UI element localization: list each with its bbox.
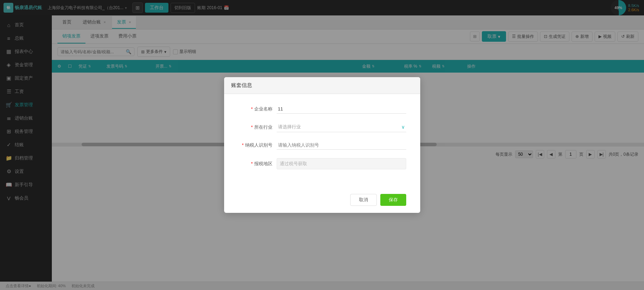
company-name-label: * 企业名称 <box>238 106 277 112</box>
modal-footer: 取消 保存 <box>224 188 420 213</box>
tax-region-display: 通过税号获取 <box>277 158 406 169</box>
save-button[interactable]: 保存 <box>380 194 406 206</box>
tax-id-label-text: 纳税人识别号 <box>245 142 272 148</box>
form-row-tax-id: * 纳税人识别号 <box>238 141 406 150</box>
tax-id-label: * 纳税人识别号 <box>238 142 277 148</box>
industry-placeholder: 请选择行业 <box>278 124 401 130</box>
form-row-company: * 企业名称 <box>238 104 406 114</box>
modal-body: * 企业名称 * 所在行业 请选择行业 ∨ * 纳 <box>224 94 420 188</box>
modal-box: 账套信息 * 企业名称 * 所在行业 请选择行业 ∨ <box>224 77 420 213</box>
modal-header: 账套信息 <box>224 77 420 94</box>
required-star3: * <box>242 142 244 148</box>
required-star4: * <box>251 161 253 166</box>
industry-label-text: 所在行业 <box>254 124 272 130</box>
tax-region-label: * 报税地区 <box>238 161 277 167</box>
tax-id-input[interactable] <box>277 141 406 150</box>
tax-region-label-text: 报税地区 <box>254 161 272 166</box>
modal-title: 账套信息 <box>231 82 252 88</box>
form-row-tax-region: * 报税地区 通过税号获取 <box>238 158 406 169</box>
required-star2: * <box>251 124 253 130</box>
form-row-industry: * 所在行业 请选择行业 ∨ <box>238 122 406 132</box>
modal-overlay[interactable]: 账套信息 * 企业名称 * 所在行业 请选择行业 ∨ <box>0 0 644 290</box>
industry-chevron-icon: ∨ <box>401 124 405 130</box>
company-name-label-text: 企业名称 <box>254 106 272 112</box>
industry-select[interactable]: 请选择行业 ∨ <box>277 122 406 132</box>
tax-region-placeholder: 通过税号获取 <box>280 161 307 166</box>
company-name-input[interactable] <box>277 104 406 114</box>
cancel-button[interactable]: 取消 <box>350 194 377 206</box>
industry-label: * 所在行业 <box>238 124 277 130</box>
required-star: * <box>251 106 253 112</box>
